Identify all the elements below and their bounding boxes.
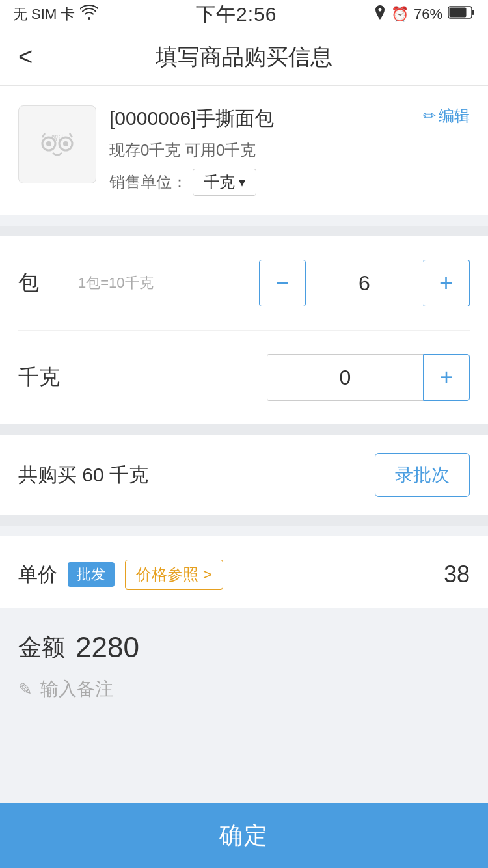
bao-row: 包 1包=10千克 − +	[18, 236, 470, 331]
price-ref-button[interactable]: 价格参照 >	[125, 560, 223, 590]
battery-level: 76%	[414, 6, 442, 23]
status-bar-right: ⏰ 76%	[374, 5, 475, 23]
remark-label: 输入备注	[40, 677, 113, 701]
product-unit-row: 销售单位： 千克 ▾	[109, 169, 470, 196]
sim-status: 无 SIM 卡	[13, 5, 75, 24]
amount-label: 金额	[18, 632, 65, 664]
input-section: 包 1包=10千克 − + 千克 +	[0, 236, 488, 424]
bao-label: 包	[18, 269, 70, 297]
bao-plus-button[interactable]: +	[423, 260, 470, 306]
kg-label: 千克	[18, 363, 70, 392]
edit-icon: ✏	[423, 107, 436, 125]
price-section: 单价 批发 价格参照 > 38	[0, 536, 488, 608]
product-card: 智计 [0000006]手撕面包 ✏ 编辑 现存0千克 可用0千克 销售单位： …	[0, 86, 488, 215]
amount-section: 金额 2280 ✎ 输入备注	[0, 608, 488, 720]
price-row: 单价 批发 价格参照 > 38	[18, 560, 470, 590]
bao-hint: 1包=10千克	[78, 273, 259, 293]
kg-row: 千克 +	[18, 331, 470, 424]
kg-plus-button[interactable]: +	[423, 354, 470, 401]
kg-controls: +	[267, 354, 470, 401]
edit-button[interactable]: ✏ 编辑	[423, 105, 470, 126]
unit-label: 销售单位：	[109, 172, 187, 193]
product-name: [0000006]手撕面包	[109, 105, 274, 132]
status-bar: 无 SIM 卡 下午2:56 ⏰ 76%	[0, 0, 488, 29]
product-info: [0000006]手撕面包 ✏ 编辑 现存0千克 可用0千克 销售单位： 千克 …	[109, 105, 470, 196]
battery-icon	[448, 5, 475, 23]
page-content: 智计 [0000006]手撕面包 ✏ 编辑 现存0千克 可用0千克 销售单位： …	[0, 86, 488, 868]
section-divider-2	[0, 424, 488, 435]
amount-row: 金额 2280	[18, 631, 470, 664]
svg-rect-1	[472, 10, 474, 15]
confirm-label: 确定	[219, 820, 269, 852]
product-logo-icon: 智计	[34, 128, 80, 161]
bao-controls: − +	[259, 260, 470, 306]
price-label: 单价	[18, 562, 57, 588]
alarm-icon: ⏰	[391, 6, 409, 23]
wifi-icon	[80, 5, 98, 23]
chevron-down-icon: ▾	[239, 174, 245, 190]
bao-input[interactable]	[306, 260, 423, 306]
amount-value: 2280	[75, 631, 139, 664]
product-image: 智计	[18, 105, 96, 183]
nav-bar: < 填写商品购买信息	[0, 29, 488, 86]
status-bar-time: 下午2:56	[196, 1, 277, 28]
confirm-bar[interactable]: 确定	[0, 803, 488, 868]
svg-text:智计: 智计	[51, 134, 64, 141]
total-row: 共购买 60 千克 录批次	[0, 435, 488, 515]
unit-select[interactable]: 千克 ▾	[193, 169, 256, 196]
status-bar-left: 无 SIM 卡	[13, 5, 98, 24]
section-divider-3	[0, 515, 488, 526]
section-divider-1	[0, 226, 488, 236]
product-stock: 现存0千克 可用0千克	[109, 140, 470, 161]
svg-point-6	[63, 141, 68, 146]
price-tag: 批发	[68, 562, 115, 587]
batch-button[interactable]: 录批次	[375, 453, 470, 497]
remark-icon: ✎	[18, 679, 33, 699]
back-button[interactable]: <	[18, 43, 33, 71]
svg-point-5	[46, 141, 51, 146]
page-title: 填写商品购买信息	[156, 42, 332, 72]
total-text: 共购买 60 千克	[18, 462, 148, 489]
bao-minus-button[interactable]: −	[259, 260, 306, 306]
location-icon	[374, 5, 386, 23]
svg-rect-2	[450, 8, 467, 18]
remark-row[interactable]: ✎ 输入备注	[18, 677, 470, 701]
kg-input[interactable]	[267, 354, 423, 401]
price-value: 38	[444, 561, 470, 588]
